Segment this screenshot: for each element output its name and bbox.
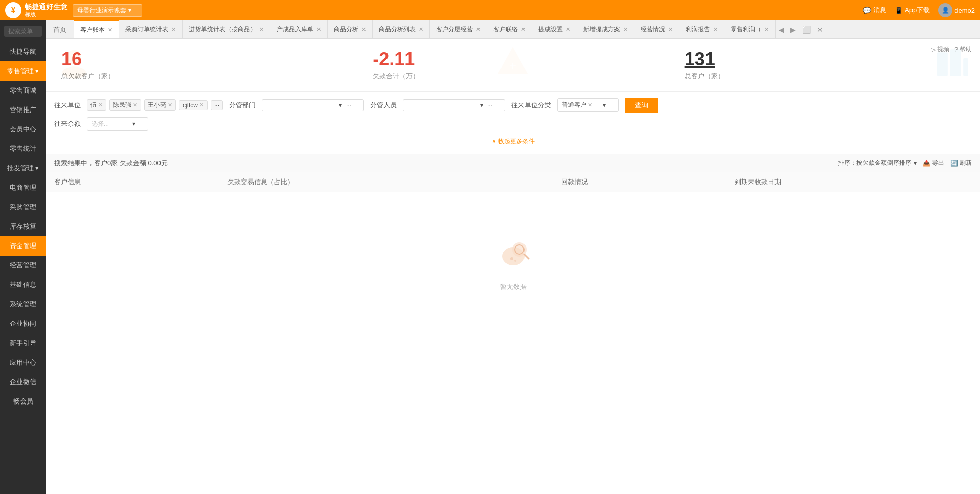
chevron-down-icon-category: ▾ [603, 102, 606, 109]
tab-customer-tier[interactable]: 客户分层经营 ✕ [430, 20, 487, 39]
logo-icon: ¥ [5, 2, 21, 18]
tab-close-icon[interactable]: ✕ [419, 26, 423, 33]
sidebar-item-enterprise-collab[interactable]: 企业协同 [0, 314, 46, 333]
empty-icon [493, 233, 534, 274]
export-button[interactable]: 📤 导出 [923, 159, 944, 167]
search-input[interactable] [4, 26, 42, 37]
filter-tag-more[interactable]: ··· [211, 100, 223, 110]
app-subtitle: 标版 [25, 11, 67, 18]
app-title: 畅捷通好生意 标版 [25, 3, 67, 18]
tab-close-icon[interactable]: ✕ [764, 26, 769, 33]
tab-close-icon[interactable]: ✕ [476, 26, 481, 33]
sidebar-item-system[interactable]: 系统管理 [0, 295, 46, 314]
filter-row-1: 往来单位 伍 ✕ 陈民强 ✕ 王小亮 [54, 98, 972, 113]
tag-close-cjttcw[interactable]: ✕ [199, 102, 204, 108]
stat-value-total: 131 [685, 49, 715, 70]
sidebar-item-operations[interactable]: 经营管理 [0, 256, 46, 275]
sidebar-item-purchase[interactable]: 采购管理 [0, 197, 46, 217]
tab-close-icon[interactable]: ✕ [171, 26, 176, 33]
balance-select[interactable]: 选择... ▾ [87, 117, 148, 131]
tab-home[interactable]: 首页 [46, 20, 74, 39]
tab-customer-contact[interactable]: 客户联络 ✕ [487, 20, 532, 39]
tab-business-status[interactable]: 经营情况 ✕ [634, 20, 679, 39]
sidebar-item-marketing[interactable]: 营销推广 [0, 100, 46, 120]
sidebar-item-app-center[interactable]: 应用中心 [0, 353, 46, 372]
tab-close-icon[interactable]: ✕ [713, 26, 718, 33]
category-label: 往来单位分类 [511, 101, 551, 110]
tab-close-icon[interactable]: ✕ [316, 26, 321, 33]
svg-rect-4 [937, 52, 948, 76]
col-customer-info: 客户信息 [46, 172, 219, 192]
sidebar-item-inventory[interactable]: 库存核算 [0, 217, 46, 236]
sidebar-item-wholesale[interactable]: 批发管理 ▾ [0, 159, 46, 178]
download-icon: 📱 [895, 7, 903, 14]
tab-retail-profit[interactable]: 零售利润（ ✕ [724, 20, 776, 39]
messages-button[interactable]: 💬 消息 [863, 6, 886, 15]
stat-card-customers: 16 总欠款客户（家） [46, 39, 357, 91]
account-selector[interactable]: 母婴行业演示账套 ▾ [73, 4, 142, 17]
tab-close-icon[interactable]: ✕ [259, 26, 264, 33]
sidebar-item-finance[interactable]: 资金管理 [0, 236, 46, 256]
tab-customer-ledger[interactable]: 客户账本 ✕ [74, 20, 119, 39]
tab-close-icon[interactable]: ✕ [623, 26, 628, 33]
results-info: 搜索结果中，客户0家 欠款金额 0.00元 [54, 159, 168, 168]
tab-purchase-order-stats[interactable]: 采购订单统计表 ✕ [119, 20, 183, 39]
category-tag: 普通客户 ✕ [562, 101, 592, 109]
message-icon: 💬 [863, 7, 871, 14]
table-header: 客户信息 欠款交易信息（占比） 回款情况 到期未收款日期 [46, 172, 980, 192]
tab-close-icon[interactable]: ✕ [521, 26, 526, 33]
sidebar-item-retail-stats[interactable]: 零售统计 [0, 139, 46, 159]
category-select[interactable]: 普通客户 ✕ ▾ [557, 98, 619, 112]
tab-profit-report[interactable]: 利润报告 ✕ [679, 20, 724, 39]
tab-product-analysis[interactable]: 商品分析 ✕ [328, 20, 373, 39]
stat-label-overdue: 欠款合计（万） [373, 72, 419, 81]
tag-close-chen[interactable]: ✕ [133, 102, 138, 108]
dept-select[interactable]: ▾ ··· [262, 99, 364, 111]
col-repayment: 回款情况 [553, 172, 726, 192]
sidebar-item-member-center[interactable]: 会员中心 [0, 120, 46, 139]
sidebar-item-quick-nav[interactable]: 快捷导航 [0, 42, 46, 61]
tab-close-all[interactable]: ✕ [814, 26, 826, 34]
sidebar-item-chang-member[interactable]: 畅会员 [0, 392, 46, 411]
play-icon: ▷ [931, 46, 936, 53]
sidebar-item-retail-management[interactable]: 零售管理 ▾ [0, 61, 46, 81]
person-select[interactable]: ▾ ··· [403, 99, 505, 111]
user-menu[interactable]: 👤 demo2 [938, 3, 975, 17]
sidebar: 快捷导航 零售管理 ▾ 零售商城 营销推广 会员中心 零售统计 批发管理 ▾ 电… [0, 20, 46, 494]
svg-point-0 [67, 50, 81, 64]
tab-scroll-right[interactable]: ▶ [787, 26, 799, 34]
query-button[interactable]: 查询 [625, 98, 658, 113]
sidebar-item-new-guide[interactable]: 新手引导 [0, 333, 46, 353]
tab-scroll-left[interactable]: ◀ [776, 26, 787, 34]
tab-purchase-stats-by-product[interactable]: 进货单统计表（按商品） ✕ [183, 20, 270, 39]
sidebar-item-retail-mall[interactable]: 零售商城 [0, 81, 46, 100]
tab-close-icon[interactable]: ✕ [361, 26, 366, 33]
help-link[interactable]: ? 帮助 [954, 45, 972, 54]
tab-bar: 首页 客户账本 ✕ 采购订单统计表 ✕ 进货单统计表（按商品） ✕ 产成品入库单… [46, 20, 980, 39]
chevron-down-icon: ▾ [128, 7, 131, 14]
tab-product-analysis-list[interactable]: 商品分析列表 ✕ [373, 20, 430, 39]
tab-commission-settings[interactable]: 提成设置 ✕ [532, 20, 577, 39]
tab-close-icon[interactable]: ✕ [108, 27, 112, 33]
tab-close-icon[interactable]: ✕ [566, 26, 571, 33]
sidebar-item-enterprise-wechat[interactable]: 企业微信 [0, 372, 46, 392]
tab-expand[interactable]: ⬜ [799, 26, 814, 34]
refresh-button[interactable]: 🔄 刷新 [950, 159, 972, 167]
svg-point-12 [514, 260, 516, 262]
sidebar-item-ecommerce[interactable]: 电商管理 [0, 178, 46, 197]
tag-close-wang[interactable]: ✕ [168, 102, 172, 108]
sort-select[interactable]: 排序：按欠款金额倒序排序 ▾ [838, 159, 917, 167]
col-overdue-info: 欠款交易信息（占比） [219, 172, 553, 192]
sidebar-item-basic-info[interactable]: 基础信息 [0, 275, 46, 295]
collapse-button[interactable]: ∧ 收起更多条件 [54, 135, 972, 148]
video-link[interactable]: ▷ 视频 [931, 45, 949, 54]
tag-close-wu[interactable]: ✕ [98, 102, 103, 108]
refresh-icon: 🔄 [950, 160, 958, 167]
app-download-button[interactable]: 📱 App下载 [895, 6, 930, 15]
dept-label: 分管部门 [229, 101, 256, 110]
tab-production-inbound[interactable]: 产成品入库单 ✕ [270, 20, 328, 39]
results-actions: 排序：按欠款金额倒序排序 ▾ 📤 导出 🔄 刷新 [838, 159, 972, 167]
tag-close-category[interactable]: ✕ [588, 102, 592, 108]
tab-close-icon[interactable]: ✕ [668, 26, 673, 33]
tab-new-commission-plan[interactable]: 新增提成方案 ✕ [577, 20, 634, 39]
